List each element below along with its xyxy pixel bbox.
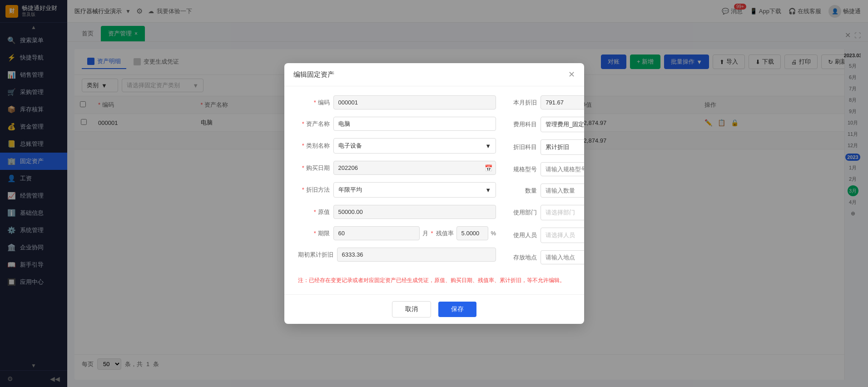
depreciation-subject-label: 折旧科目 <box>505 143 537 151</box>
expense-subject-select[interactable]: 管理费用_固定资产折旧 ▼ <box>541 117 584 132</box>
calendar-icon: 📅 <box>485 164 492 172</box>
location-input[interactable] <box>541 250 584 264</box>
name-input[interactable] <box>333 117 496 131</box>
save-button[interactable]: 保存 <box>438 302 476 317</box>
depreciation-subject-select[interactable]: 累计折旧 ▼ <box>541 139 584 155</box>
monthly-depreciation-label: 本月折旧 <box>505 99 537 107</box>
depreciation-method-label: 折旧方法 <box>298 186 330 194</box>
user-select[interactable]: 请选择人员 ▼ <box>541 228 584 243</box>
form-field-spec: 规格型号 <box>505 162 584 176</box>
form-grid: 编码 资产名称 类别名称 电子设备 ▼ <box>293 95 575 272</box>
form-field-initial-depreciation: 期初累计折旧 <box>298 248 496 262</box>
modal-body: 编码 资产名称 类别名称 电子设备 ▼ <box>284 86 584 294</box>
cancel-button[interactable]: 取消 <box>392 301 431 318</box>
category-chevron-icon: ▼ <box>485 143 491 149</box>
modal-overlay: 编辑固定资产 ✕ 编码 资产名称 <box>0 0 868 387</box>
period-unit: 月 <box>422 229 428 238</box>
period-group: 月 * 残值率 % <box>333 226 496 240</box>
location-label: 存放地点 <box>505 253 537 262</box>
period-input[interactable] <box>333 226 420 240</box>
residual-rate-unit: % <box>491 230 496 237</box>
form-field-depreciation-subject: 折旧科目 累计折旧 ▼ <box>505 139 584 155</box>
quantity-label: 数量 <box>505 187 537 195</box>
modal-footer: 取消 保存 <box>284 294 584 324</box>
form-field-user: 使用人员 请选择人员 ▼ <box>505 228 584 243</box>
method-chevron-icon: ▼ <box>485 187 491 194</box>
form-field-purchase-date: 购买日期 📅 <box>298 161 496 175</box>
quantity-input[interactable] <box>541 184 584 198</box>
form-field-monthly-depreciation: 本月折旧 <box>505 95 584 109</box>
edit-asset-modal: 编辑固定资产 ✕ 编码 资产名称 <box>284 63 584 323</box>
department-placeholder: 请选择部门 <box>546 208 575 217</box>
monthly-depreciation-input <box>541 95 584 109</box>
spec-label: 规格型号 <box>505 165 537 174</box>
department-label: 使用部门 <box>505 208 537 217</box>
depreciation-method-value: 年限平均 <box>338 186 362 194</box>
department-select[interactable]: 请选择部门 ▼ <box>541 205 584 220</box>
form-col-left: 编码 资产名称 类别名称 电子设备 ▼ <box>293 95 501 272</box>
initial-depreciation-label: 期初累计折旧 <box>298 251 333 259</box>
form-field-name: 资产名称 <box>298 117 496 131</box>
category-select[interactable]: 电子设备 ▼ <box>333 138 496 154</box>
form-field-department: 使用部门 请选择部门 ▼ <box>505 205 584 220</box>
residual-rate-input[interactable] <box>456 226 488 240</box>
form-field-expense-subject: 费用科目 管理费用_固定资产折旧 ▼ <box>505 117 584 132</box>
period-label: 期限 <box>298 229 330 238</box>
form-field-depreciation-method: 折旧方法 年限平均 ▼ <box>298 182 496 198</box>
original-value-input[interactable] <box>333 205 496 219</box>
form-field-location: 存放地点 <box>505 250 584 264</box>
form-col-right: 本月折旧 费用科目 管理费用_固定资产折旧 ▼ 折旧科目 <box>501 95 584 272</box>
form-field-period: 期限 月 * 残值率 % <box>298 226 496 240</box>
initial-depreciation-input[interactable] <box>337 248 496 262</box>
modal-header: 编辑固定资产 ✕ <box>284 63 584 86</box>
form-field-code: 编码 <box>298 95 496 109</box>
expense-subject-label: 费用科目 <box>505 120 537 129</box>
spec-input[interactable] <box>541 162 584 176</box>
name-label: 资产名称 <box>298 120 330 128</box>
form-field-quantity: 数量 <box>505 184 584 198</box>
original-value-label: 原值 <box>298 208 330 216</box>
purchase-date-input[interactable] <box>333 161 496 175</box>
depreciation-method-select[interactable]: 年限平均 ▼ <box>333 182 496 198</box>
expense-subject-value: 管理费用_固定资产折旧 <box>546 120 584 129</box>
category-value: 电子设备 <box>338 142 362 150</box>
purchase-date-label: 购买日期 <box>298 164 330 172</box>
user-placeholder: 请选择人员 <box>546 231 575 239</box>
modal-close-icon[interactable]: ✕ <box>568 69 575 79</box>
code-input[interactable] <box>333 95 496 109</box>
modal-title: 编辑固定资产 <box>293 70 334 79</box>
modal-note: 注：已经存在变更记录或者对应固定资产已经生成凭证，原值、购买日期、残值率、累计折… <box>293 272 575 285</box>
residual-rate-label: 残值率 <box>436 229 454 238</box>
depreciation-subject-value: 累计折旧 <box>546 143 569 151</box>
category-label: 类别名称 <box>298 142 330 150</box>
user-label: 使用人员 <box>505 231 537 239</box>
form-field-original-value: 原值 <box>298 205 496 219</box>
form-field-category: 类别名称 电子设备 ▼ <box>298 138 496 154</box>
code-label: 编码 <box>298 99 330 107</box>
